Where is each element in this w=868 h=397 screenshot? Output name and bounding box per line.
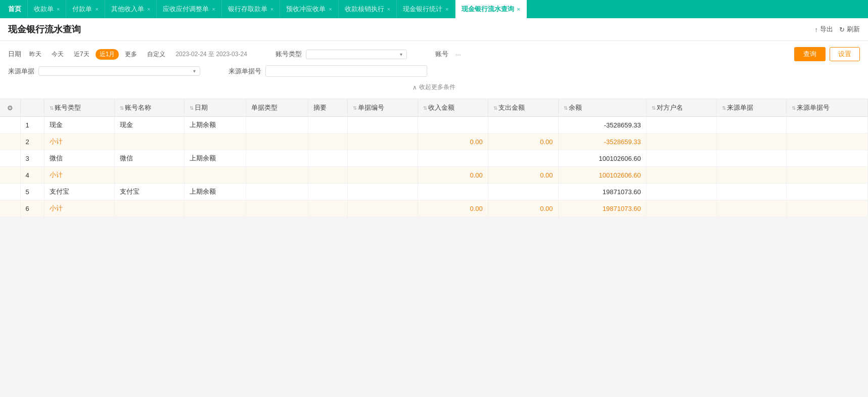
row-source-doc-cell (716, 134, 787, 150)
row-expense-cell: 0.00 (488, 167, 558, 184)
row-counterparty-cell (646, 117, 716, 134)
row-income-cell (418, 150, 488, 167)
row-source-doc-no-cell (787, 117, 868, 134)
row-expense-cell: 0.00 (488, 134, 558, 150)
date-btn-yesterday[interactable]: 昨天 (25, 49, 45, 60)
row-doc-type-cell (246, 150, 308, 167)
account-type-select[interactable]: ▾ (306, 50, 407, 59)
row-summary-cell (308, 150, 348, 167)
row-source-doc-no-cell (787, 200, 868, 217)
date-filter-group: 日期 昨天 今天 近7天 近1月 更多 自定义 2023-02-24 至 202… (8, 49, 247, 60)
table-row[interactable]: 4 小计 0.00 0.00 100102606.60 (0, 167, 868, 184)
page-header: 现金银行流水查询 ↑ 导出 ↻ 刷新 (0, 18, 868, 41)
nav-tab-payment[interactable]: 付款单 × (66, 0, 105, 18)
row-balance-cell: -3528659.33 (558, 117, 646, 134)
date-btn-today[interactable]: 今天 (48, 49, 68, 60)
nav-tab-other-income[interactable]: 其他收入单 × (105, 0, 157, 18)
nav-tab-prepaid-offset[interactable]: 预收冲应收单 × (280, 0, 338, 18)
query-button[interactable]: 查询 (794, 47, 826, 61)
sort-icon: ⇅ (120, 105, 124, 111)
sort-icon: ⇅ (493, 105, 497, 111)
col-source-doc[interactable]: ⇅来源单据 (716, 99, 787, 117)
date-btn-1month[interactable]: 近1月 (96, 49, 119, 60)
refresh-button[interactable]: ↻ 刷新 (839, 25, 860, 34)
source-doc-filter-group: 来源单据 ▾ (8, 66, 200, 76)
nav-tab-bank-deposit[interactable]: 银行存取款单 × (222, 0, 280, 18)
sort-icon: ⇅ (423, 105, 427, 111)
row-settings-cell (0, 134, 20, 150)
filter-row-2: 来源单据 ▾ 来源单据号 (8, 65, 860, 77)
row-account-name-cell: 现金 (114, 117, 185, 134)
row-date-cell: 上期余额 (185, 150, 246, 167)
collapse-filter-button[interactable]: ∧ 收起更多条件 (8, 81, 860, 93)
row-settings-cell (0, 117, 20, 134)
date-btn-7days[interactable]: 近7天 (70, 49, 94, 60)
row-account-type-cell: 现金 (44, 117, 114, 134)
table-row[interactable]: 3 微信 微信 上期余额 100102606.60 (0, 150, 868, 167)
row-income-cell (418, 117, 488, 134)
col-account-type[interactable]: ⇅账号类型 (44, 99, 114, 117)
close-icon[interactable]: × (95, 6, 98, 12)
account-more-button[interactable]: ··· (452, 50, 464, 59)
col-settings[interactable]: ⚙ (0, 99, 20, 117)
row-index-cell: 3 (20, 150, 44, 167)
row-settings-cell (0, 200, 20, 217)
export-icon: ↑ (815, 26, 818, 33)
close-icon[interactable]: × (445, 6, 448, 12)
col-counterparty[interactable]: ⇅对方户名 (646, 99, 716, 117)
settings-button[interactable]: 设置 (830, 47, 860, 61)
table-row[interactable]: 6 小计 0.00 0.00 19871073.60 (0, 200, 868, 217)
nav-tab-receipt-verify[interactable]: 收款核销执行 × (339, 0, 397, 18)
row-doc-no-cell (348, 134, 418, 150)
close-icon[interactable]: × (329, 6, 332, 12)
row-expense-cell: 0.00 (488, 200, 558, 217)
row-expense-cell (488, 150, 558, 167)
gear-icon[interactable]: ⚙ (7, 104, 13, 112)
nav-tab-receipt[interactable]: 收款单 × (28, 0, 66, 18)
row-balance-cell: 100102606.60 (558, 150, 646, 167)
col-account-name[interactable]: ⇅账号名称 (114, 99, 185, 117)
nav-tab-cash-flow[interactable]: 现金银行流水查询 × (455, 0, 527, 18)
row-doc-no-cell (348, 150, 418, 167)
col-doc-no[interactable]: ⇅单据编号 (348, 99, 418, 117)
source-doc-select[interactable]: ▾ (38, 66, 200, 76)
table-row[interactable]: 1 现金 现金 上期余额 -3528659.33 (0, 117, 868, 134)
row-settings-cell (0, 184, 20, 200)
close-icon[interactable]: × (57, 6, 60, 12)
row-index-cell: 6 (20, 200, 44, 217)
close-icon[interactable]: × (147, 6, 150, 12)
close-icon[interactable]: × (387, 6, 390, 12)
row-income-cell: 0.00 (418, 167, 488, 184)
date-btn-more[interactable]: 更多 (121, 49, 141, 60)
row-doc-type-cell (246, 184, 308, 200)
nav-tab-cash-stat[interactable]: 现金银行统计 × (397, 0, 455, 18)
col-date[interactable]: ⇅日期 (185, 99, 246, 117)
col-source-doc-no[interactable]: ⇅来源单据号 (787, 99, 868, 117)
table-row[interactable]: 2 小计 0.00 0.00 -3528659.33 (0, 134, 868, 150)
row-source-doc-cell (716, 167, 787, 184)
row-source-doc-no-cell (787, 184, 868, 200)
col-balance[interactable]: ⇅余额 (558, 99, 646, 117)
nav-tab-ar-ap-adjust[interactable]: 应收应付调整单 × (157, 0, 221, 18)
table-row[interactable]: 5 支付宝 支付宝 上期余额 19871073.60 (0, 184, 868, 200)
row-source-doc-cell (716, 150, 787, 167)
date-btn-custom[interactable]: 自定义 (143, 49, 169, 60)
date-range-display: 2023-02-24 至 2023-03-24 (175, 50, 247, 59)
sort-icon: ⇅ (722, 105, 726, 111)
col-expense[interactable]: ⇅支出金额 (488, 99, 558, 117)
row-income-cell: 0.00 (418, 200, 488, 217)
row-counterparty-cell (646, 200, 716, 217)
close-icon[interactable]: × (270, 6, 273, 12)
row-account-type-cell: 支付宝 (44, 184, 114, 200)
sort-icon: ⇅ (564, 105, 568, 111)
nav-tab-home[interactable]: 首页 (2, 0, 28, 18)
row-account-name-cell: 微信 (114, 150, 185, 167)
close-icon[interactable]: × (517, 6, 520, 12)
col-income[interactable]: ⇅收入金额 (418, 99, 488, 117)
row-summary-cell (308, 200, 348, 217)
source-doc-no-input[interactable] (265, 65, 427, 77)
row-income-cell: 0.00 (418, 134, 488, 150)
row-account-name-cell (114, 167, 185, 184)
close-icon[interactable]: × (212, 6, 215, 12)
export-button[interactable]: ↑ 导出 (815, 25, 834, 34)
